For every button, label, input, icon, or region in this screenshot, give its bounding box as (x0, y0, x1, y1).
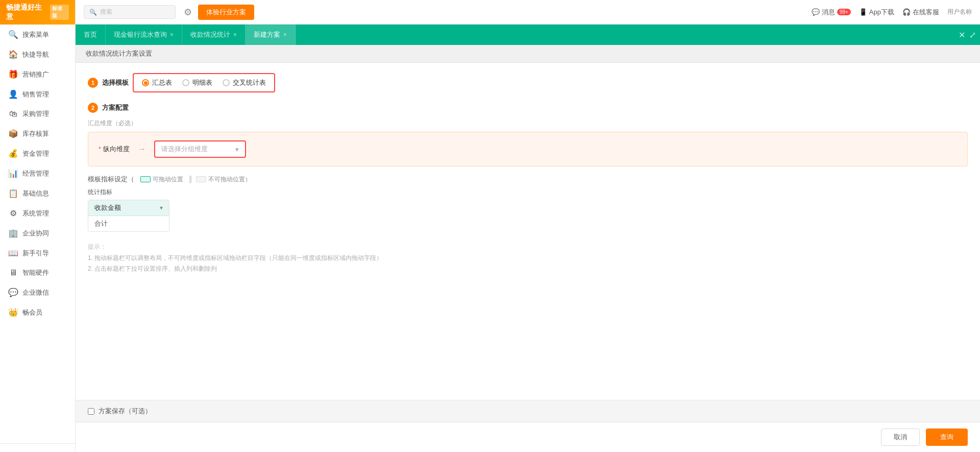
sidebar-label-smart-hw: 智能硬件 (22, 268, 49, 277)
dimension-arrow: → (138, 145, 146, 154)
sidebar-item-sales[interactable]: 👤销售管理 (0, 84, 75, 104)
sidebar-icon-guide: 📖 (8, 248, 18, 258)
sidebar-item-purchase[interactable]: 🛍采购管理 (0, 104, 75, 124)
main-area: 🔍 搜索 ⚙ 体验行业方案 💬 消息 99+ 📱 App下载 🎧 在线客服 用户… (76, 0, 980, 452)
sidebar-item-finance[interactable]: 💰资金管理 (0, 144, 75, 163)
stats-row-text: 合计 (94, 220, 108, 227)
topbar-search-placeholder: 搜索 (100, 8, 112, 16)
online-support-item[interactable]: 🎧 在线客服 (902, 8, 939, 17)
template-select-box: 汇总表 明细表 交叉统计表 (133, 73, 275, 92)
form-container: 1 选择模板 汇总表 明细表 (76, 63, 980, 400)
legend-nodraggable: 不可拖动位置） (196, 175, 251, 184)
sidebar-label-marketing: 营销推广 (22, 70, 49, 79)
sidebar-label-member: 畅会员 (22, 308, 42, 317)
step1-badge: 1 (88, 78, 98, 88)
sidebar-item-smart-hw[interactable]: 🖥智能硬件 (0, 263, 75, 282)
expand-icon[interactable]: ⤢ (969, 30, 976, 40)
sidebar-label-corp-coop: 企业协同 (22, 229, 49, 238)
logo-text: 畅捷通好生意 (6, 3, 48, 21)
topbar: 🔍 搜索 ⚙ 体验行业方案 💬 消息 99+ 📱 App下载 🎧 在线客服 用户… (76, 0, 980, 25)
step2-badge: 2 (88, 103, 98, 113)
radio-detail-label: 明细表 (192, 78, 212, 87)
dimension-area: * 纵向维度 → 请选择分组维度 ▾ (88, 132, 968, 166)
tab-close-new-plan[interactable]: × (283, 31, 287, 38)
save-checkbox[interactable] (88, 408, 94, 415)
notification-icon: 💬 (812, 8, 820, 16)
notification-badge: 99+ (837, 9, 851, 15)
close-window-icon[interactable]: ✕ (959, 30, 965, 40)
tab-bank-flow[interactable]: 现金银行流水查询× (106, 25, 182, 45)
tab-label-new-plan: 新建方案 (254, 30, 280, 39)
save-label: 方案保存（可选） (99, 407, 152, 416)
sidebar-icon-quick-nav: 🏠 (8, 50, 18, 59)
stats-table: 收款金额 ▾ 合计 (88, 200, 169, 232)
industry-btn[interactable]: 体验行业方案 (198, 5, 254, 20)
radio-cross-label: 交叉统计表 (233, 78, 266, 87)
username-display: 用户名称 (947, 8, 972, 16)
indicator-label: 模板指标设定（ (88, 175, 134, 184)
vertical-dim-text: 纵向维度 (103, 145, 130, 153)
dimension-dropdown[interactable]: 请选择分组维度 ▾ (154, 140, 246, 158)
logo-badge: 标准版 (50, 5, 69, 20)
tabbar: 首页现金银行流水查询×收款情况统计×新建方案× ✕ ⤢ (76, 25, 980, 45)
tip-title: 提示： (88, 243, 106, 250)
dimension-dropdown-text: 请选择分组维度 (161, 145, 208, 154)
sidebar-icon-finance: 💰 (8, 149, 18, 158)
content-area: 收款情况统计方案设置 1 选择模板 汇总表 (76, 45, 980, 452)
legend-sep: ▐ (187, 176, 192, 183)
dimension-row: * 纵向维度 → 请选择分组维度 ▾ (99, 140, 957, 158)
legend-nodrag-box (196, 176, 206, 182)
app-download-item[interactable]: 📱 App下载 (859, 8, 894, 17)
topbar-search-box[interactable]: 🔍 搜索 (84, 5, 176, 19)
sidebar-label-finance: 资金管理 (22, 149, 49, 158)
legend-nodrag-label: 不可拖动位置） (208, 175, 251, 184)
sidebar-item-inventory[interactable]: 📦库存核算 (0, 124, 75, 144)
stats-table-header[interactable]: 收款金额 ▾ (88, 200, 169, 216)
sidebar-item-corp-coop[interactable]: 🏢企业协同 (0, 223, 75, 243)
notification-item[interactable]: 💬 消息 99+ (812, 8, 851, 17)
sidebar-icon-operations: 📊 (8, 169, 18, 178)
indicator-legend: 可拖动位置 ▐ 不可拖动位置） (140, 175, 251, 184)
cancel-button[interactable]: 取消 (881, 429, 920, 446)
vertical-dim-label: * 纵向维度 (99, 145, 130, 154)
step2-section: 2 方案配置 汇总维度（必选） * 纵向维度 → (88, 103, 968, 275)
query-button[interactable]: 查询 (926, 429, 968, 446)
tab-close-bank-flow[interactable]: × (170, 31, 174, 38)
indicator-header-row: 模板指标设定（ 可拖动位置 ▐ 不可拖动位置） (88, 175, 968, 184)
sidebar-item-corp-wechat[interactable]: 💬企业微信 (0, 282, 75, 302)
sidebar-item-guide[interactable]: 📖新手引导 (0, 243, 75, 263)
tab-label-bank-flow: 现金银行流水查询 (114, 30, 167, 39)
tab-label-home: 首页 (84, 30, 97, 39)
tab-home[interactable]: 首页 (76, 25, 106, 45)
online-support-label: 在线客服 (913, 8, 939, 17)
tab-close-payment-stats[interactable]: × (233, 31, 237, 38)
sidebar-item-basic-info[interactable]: 📋基础信息 (0, 183, 75, 203)
sidebar-icon-inventory: 📦 (8, 129, 18, 138)
support-icon: 🎧 (902, 8, 911, 16)
step2-header: 2 方案配置 (88, 103, 968, 113)
tab-payment-stats[interactable]: 收款情况统计× (182, 25, 246, 45)
topbar-gear-icon[interactable]: ⚙ (184, 7, 192, 18)
breadcrumb: 收款情况统计方案设置 (76, 45, 980, 63)
sidebar-item-member[interactable]: 👑畅会员 (0, 302, 75, 322)
dimension-config: 汇总维度（必选） * 纵向维度 → 请选择分组维度 ▾ (88, 119, 968, 166)
sidebar-label-search-menu: 搜索菜单 (22, 30, 49, 39)
tip-line1: 1. 拖动标题栏可以调整布局，不可跨维度或指标区域拖动栏目字段（只能在同一维度或… (88, 253, 968, 264)
sidebar-item-operations[interactable]: 📊经营管理 (0, 163, 75, 183)
stats-col-header: 收款金额 (94, 203, 121, 212)
dimension-label: 汇总维度（必选） (88, 119, 968, 128)
notification-label: 消息 (822, 8, 835, 17)
sidebar-item-system[interactable]: ⚙系统管理 (0, 203, 75, 223)
tab-new-plan[interactable]: 新建方案× (246, 25, 296, 45)
stats-label: 统计指标 (88, 188, 968, 197)
sidebar-item-search-menu[interactable]: 🔍搜索菜单 (0, 25, 75, 44)
indicator-settings: 模板指标设定（ 可拖动位置 ▐ 不可拖动位置） (88, 175, 968, 233)
radio-cross[interactable]: 交叉统计表 (223, 78, 266, 87)
radio-summary[interactable]: 汇总表 (142, 78, 172, 87)
sidebar-item-quick-nav[interactable]: 🏠快捷导航 (0, 44, 75, 64)
footer-bar: 取消 查询 (76, 422, 980, 452)
radio-detail[interactable]: 明细表 (182, 78, 212, 87)
sidebar-bottom (0, 443, 75, 452)
sidebar-item-marketing[interactable]: 🎁营销推广 (0, 64, 75, 84)
dimension-label-text: 汇总维度（必选） (88, 120, 137, 127)
